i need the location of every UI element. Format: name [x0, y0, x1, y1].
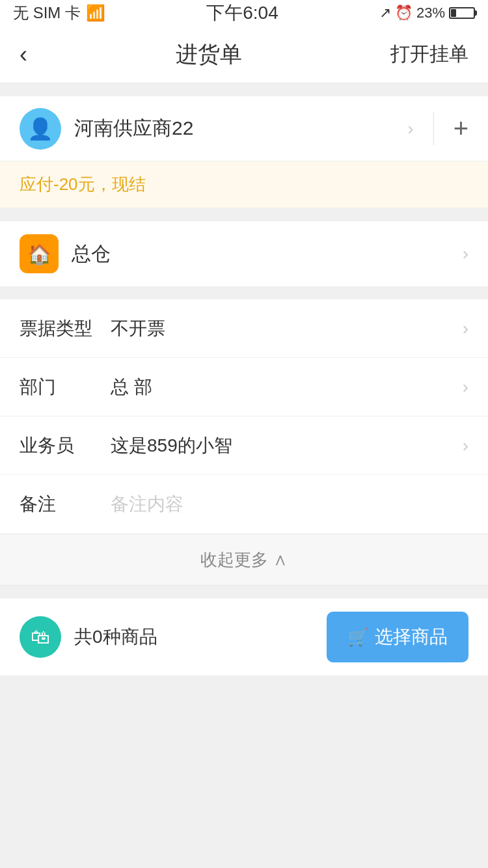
- invoice-value: 不开票: [111, 316, 463, 341]
- avatar: 👤: [20, 108, 61, 150]
- supplier-card: 👤 河南供应商22 › + 应付-20元，现结: [0, 96, 488, 208]
- select-cart-icon: 🛒: [347, 627, 368, 647]
- status-time: 下午6:04: [206, 1, 278, 25]
- supplier-name: 河南供应商22: [74, 115, 407, 142]
- cart-small-icon: 🛍: [31, 626, 50, 648]
- chevron-right-icon: ›: [407, 118, 413, 139]
- warehouse-card: 🏠 总仓 ›: [0, 221, 488, 286]
- warehouse-symbol: 🏠: [27, 243, 51, 265]
- open-pending-button[interactable]: 打开挂单: [390, 41, 468, 68]
- status-right: ↗ ⏰ 23%: [379, 5, 475, 21]
- section-gap-1: [0, 83, 488, 96]
- battery-percent: 23%: [416, 5, 445, 21]
- warehouse-name: 总仓: [72, 241, 463, 267]
- dept-value: 总 部: [111, 375, 463, 400]
- page-title: 进货单: [176, 40, 242, 70]
- avatar-icon: 👤: [27, 116, 53, 141]
- collapse-label: 收起更多 ∧: [200, 549, 287, 571]
- sales-label: 业务员: [20, 433, 111, 458]
- notice-bar: 应付-20元，现结: [0, 161, 488, 208]
- location-icon: ↗: [379, 5, 391, 21]
- battery-icon: [449, 7, 475, 19]
- status-left: 无 SIM 卡 📶: [13, 3, 105, 23]
- back-button[interactable]: ‹: [20, 41, 27, 68]
- form-section: 票据类型 不开票 › 部门 总 部 › 业务员 这是859的小智 › 备注 备注…: [0, 299, 488, 534]
- product-bar: 🛍 共0种商品 🛒 选择商品: [0, 599, 488, 675]
- dept-row[interactable]: 部门 总 部 ›: [0, 358, 488, 416]
- add-icon[interactable]: +: [454, 114, 468, 143]
- carrier-label: 无 SIM 卡: [13, 3, 81, 23]
- chevron-right-icon: ›: [463, 435, 468, 456]
- sales-value: 这是859的小智: [111, 433, 463, 458]
- collapse-row[interactable]: 收起更多 ∧: [0, 534, 488, 586]
- remark-input[interactable]: 备注内容: [111, 492, 468, 517]
- section-gap-3: [0, 286, 488, 299]
- alarm-icon: ⏰: [395, 5, 413, 21]
- product-icon: 🛍: [20, 616, 61, 658]
- dept-label: 部门: [20, 375, 111, 400]
- divider: [433, 113, 434, 145]
- invoice-label: 票据类型: [20, 316, 111, 341]
- supplier-actions: › +: [407, 113, 468, 145]
- sales-row[interactable]: 业务员 这是859的小智 ›: [0, 416, 488, 475]
- status-bar: 无 SIM 卡 📶 下午6:04 ↗ ⏰ 23%: [0, 0, 488, 26]
- remark-label: 备注: [20, 492, 111, 517]
- notice-text: 应付-20元，现结: [20, 174, 146, 194]
- chevron-right-icon: ›: [463, 318, 468, 339]
- select-product-label: 选择商品: [375, 625, 448, 649]
- chevron-right-icon: ›: [463, 243, 468, 264]
- supplier-row[interactable]: 👤 河南供应商22 › +: [0, 96, 488, 161]
- nav-bar: ‹ 进货单 打开挂单: [0, 26, 488, 83]
- product-count: 共0种商品: [74, 625, 327, 649]
- remark-row[interactable]: 备注 备注内容: [0, 475, 488, 534]
- warehouse-icon: 🏠: [20, 234, 59, 273]
- wifi-icon: 📶: [86, 4, 105, 22]
- chevron-right-icon: ›: [463, 377, 468, 398]
- section-gap-2: [0, 208, 488, 221]
- invoice-row[interactable]: 票据类型 不开票 ›: [0, 299, 488, 358]
- warehouse-row[interactable]: 🏠 总仓 ›: [0, 221, 488, 286]
- select-product-button[interactable]: 🛒 选择商品: [327, 612, 468, 662]
